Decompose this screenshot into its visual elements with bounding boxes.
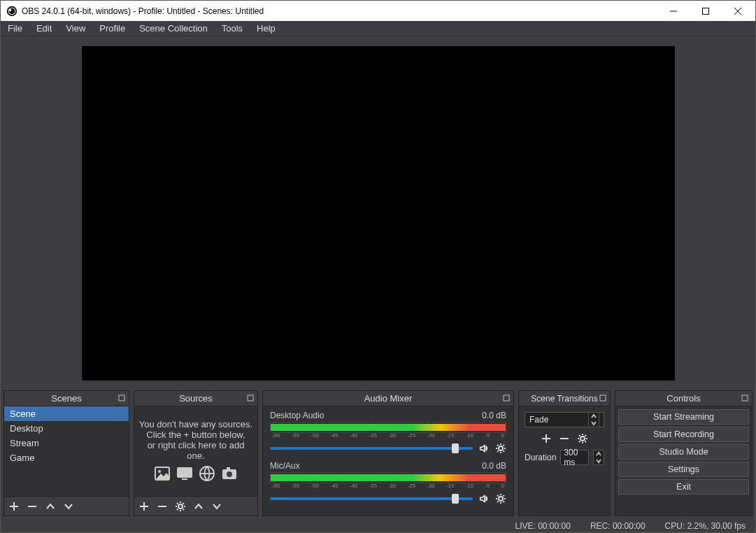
scenes-title: Scenes <box>51 393 81 404</box>
display-source-icon <box>176 465 193 484</box>
meter-tick: -10 <box>466 483 474 489</box>
studio-mode-button[interactable]: Studio Mode <box>618 444 749 460</box>
meter-tick: -5 <box>485 483 490 489</box>
duration-label: Duration <box>525 453 556 462</box>
meter-tick: -50 <box>311 432 319 439</box>
scene-item[interactable]: Desktop <box>4 421 129 436</box>
popout-icon[interactable] <box>741 393 748 404</box>
meter-tick: -30 <box>388 483 397 489</box>
remove-scene-button[interactable] <box>27 501 38 512</box>
meter-tick: -20 <box>427 432 435 439</box>
menu-help[interactable]: Help <box>250 21 283 36</box>
scene-item[interactable]: Game <box>4 450 129 465</box>
close-button[interactable] <box>722 1 754 21</box>
scene-item[interactable]: Scene <box>4 406 129 421</box>
source-up-button[interactable] <box>193 501 204 512</box>
sources-hint-line: You don't have any sources. <box>139 419 252 429</box>
transitions-panel: Scene Transitions Fade Duration <box>518 390 611 516</box>
sources-empty-hint[interactable]: You don't have any sources. Click the + … <box>134 406 257 496</box>
meter-tick: -40 <box>350 483 358 489</box>
source-down-button[interactable] <box>211 501 222 512</box>
status-rec: REC: 00:00:00 <box>590 521 646 531</box>
settings-button[interactable]: Settings <box>618 462 749 477</box>
meter-tick: -55 <box>292 483 300 489</box>
audio-meter: -60-55-50-45-40-35-30-25-20-15-10-50 <box>270 422 506 433</box>
volume-slider[interactable] <box>270 447 473 450</box>
meter-tick: -45 <box>330 432 338 439</box>
popout-icon[interactable] <box>503 393 510 404</box>
minimize-button[interactable] <box>657 1 690 21</box>
browser-source-icon <box>199 465 215 484</box>
scene-item[interactable]: Stream <box>4 436 129 450</box>
controls-title: Controls <box>666 393 700 404</box>
scene-up-button[interactable] <box>45 501 56 512</box>
sources-hint-line: Click the + button below, <box>146 429 245 440</box>
popout-icon[interactable] <box>118 393 125 404</box>
statusbar: LIVE: 00:00:00 REC: 00:00:00 CPU: 2.2%, … <box>1 519 755 532</box>
transition-selected: Fade <box>529 415 548 425</box>
menubar: File Edit View Profile Scene Collection … <box>1 21 755 36</box>
remove-source-button[interactable] <box>157 501 168 512</box>
meter-tick: -40 <box>350 432 358 439</box>
svg-rect-16 <box>182 478 187 480</box>
track-settings-button[interactable] <box>495 443 506 454</box>
menu-scene-collection[interactable]: Scene Collection <box>132 21 215 36</box>
controls-panel: Controls Start Streaming Start Recording… <box>615 390 753 516</box>
menu-file[interactable]: File <box>1 21 29 36</box>
transitions-title: Scene Transitions <box>531 394 597 404</box>
titlebar: OBS 24.0.1 (64-bit, windows) - Profile: … <box>1 1 755 21</box>
menu-profile[interactable]: Profile <box>92 21 132 36</box>
speaker-icon[interactable] <box>478 443 490 454</box>
track-db: 0.0 dB <box>482 411 506 420</box>
add-scene-button[interactable] <box>8 501 20 512</box>
start-recording-button[interactable]: Start Recording <box>618 427 749 442</box>
exit-button[interactable]: Exit <box>618 479 749 495</box>
sources-panel: Sources You don't have any sources. Clic… <box>134 390 258 516</box>
meter-tick: -60 <box>272 432 280 439</box>
add-source-button[interactable] <box>138 501 150 512</box>
svg-rect-28 <box>600 395 606 401</box>
transition-select[interactable]: Fade <box>525 412 604 427</box>
scene-down-button[interactable] <box>63 501 74 512</box>
volume-slider[interactable] <box>270 497 473 500</box>
meter-tick: -35 <box>369 432 377 439</box>
meter-tick: -25 <box>408 432 416 439</box>
mixer-track-desktop-audio: Desktop Audio 0.0 dB -60-55-50-45-40-35-… <box>270 411 506 454</box>
add-transition-button[interactable] <box>541 433 552 444</box>
duration-input[interactable]: 300 ms <box>560 450 589 465</box>
popout-icon[interactable] <box>599 393 606 404</box>
transition-settings-button[interactable] <box>577 433 588 444</box>
audio-meter: -60-55-50-45-40-35-30-25-20-15-10-50 <box>270 472 506 483</box>
maximize-button[interactable] <box>690 1 722 21</box>
meter-tick: -55 <box>292 432 300 439</box>
speaker-icon[interactable] <box>478 493 490 504</box>
svg-rect-4 <box>703 8 709 14</box>
meter-tick: 0 <box>501 432 504 439</box>
meter-tick: -25 <box>408 483 416 489</box>
obs-app-icon <box>6 6 17 17</box>
scene-list[interactable]: Scene Desktop Stream Game <box>4 406 129 496</box>
mixer-track-mic-aux: Mic/Aux 0.0 dB -60-55-50-45-40-35-30-25-… <box>270 461 506 504</box>
updown-icon[interactable] <box>588 412 599 427</box>
source-settings-button[interactable] <box>175 501 186 512</box>
svg-point-26 <box>499 446 503 450</box>
meter-tick: -50 <box>311 483 319 489</box>
svg-rect-7 <box>119 395 124 401</box>
preview-canvas[interactable] <box>82 46 675 381</box>
meter-tick: -15 <box>446 483 455 489</box>
svg-rect-20 <box>227 467 230 470</box>
popout-icon[interactable] <box>247 393 254 404</box>
track-settings-button[interactable] <box>495 493 506 504</box>
audio-mixer-panel: Audio Mixer Desktop Audio 0.0 dB -60-55-… <box>262 390 514 516</box>
menu-tools[interactable]: Tools <box>215 21 250 36</box>
menu-edit[interactable]: Edit <box>29 21 59 36</box>
duration-stepper[interactable] <box>593 450 604 465</box>
remove-transition-button[interactable] <box>559 433 570 444</box>
meter-tick: -30 <box>388 432 397 439</box>
meter-tick: -45 <box>330 483 338 489</box>
meter-tick: -15 <box>446 432 455 439</box>
start-streaming-button[interactable]: Start Streaming <box>618 409 749 425</box>
scenes-panel: Scenes Scene Desktop Stream Game <box>3 390 129 516</box>
menu-view[interactable]: View <box>59 21 92 36</box>
meter-tick: -35 <box>369 483 377 489</box>
